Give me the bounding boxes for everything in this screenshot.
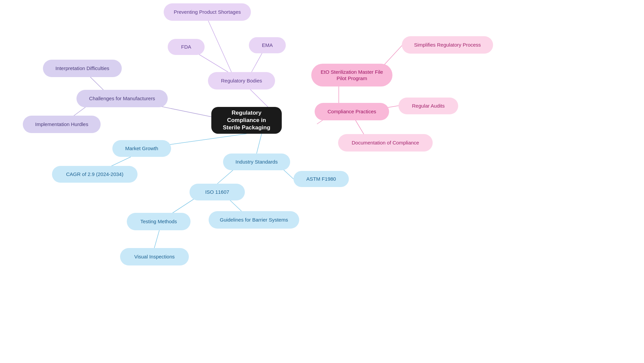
documentation-compliance-node: Documentation of Compliance xyxy=(338,134,433,152)
iso-node: ISO 11607 xyxy=(190,184,245,200)
compliance-practices-node: Compliance Practices xyxy=(315,103,389,120)
implementation-hurdles-label: Implementation Hurdles xyxy=(35,121,88,128)
eto-sterilization-label: EtO Sterilization Master File Pilot Prog… xyxy=(321,69,383,82)
simplifies-regulatory-label: Simplifies Regulatory Process xyxy=(414,42,481,48)
ema-label: EMA xyxy=(262,42,273,49)
challenges-manufacturers-label: Challenges for Manufacturers xyxy=(89,95,155,102)
cagr-label: CAGR of 2.9 (2024-2034) xyxy=(66,171,123,178)
svg-line-9 xyxy=(257,134,262,154)
regulatory-bodies-label: Regulatory Bodies xyxy=(221,77,262,84)
visual-inspections-node: Visual Inspections xyxy=(120,248,189,265)
regulatory-bodies-node: Regulatory Bodies xyxy=(208,72,275,89)
interpretation-difficulties-label: Interpretation Difficulties xyxy=(55,65,109,72)
compliance-practices-label: Compliance Practices xyxy=(327,108,376,115)
industry-standards-label: Industry Standards xyxy=(235,159,278,165)
preventing-shortages-label: Preventing Product Shortages xyxy=(174,9,241,15)
documentation-compliance-label: Documentation of Compliance xyxy=(352,139,419,146)
svg-line-3 xyxy=(208,20,231,72)
astm-node: ASTM F1980 xyxy=(293,171,349,187)
regular-audits-label: Regular Audits xyxy=(412,103,445,109)
visual-inspections-label: Visual Inspections xyxy=(134,253,175,260)
testing-methods-node: Testing Methods xyxy=(127,213,191,230)
simplifies-regulatory-node: Simplifies Regulatory Process xyxy=(402,36,493,54)
center-label: Regulatory Compliance in Sterile Packagi… xyxy=(217,109,276,131)
fda-label: FDA xyxy=(181,44,191,50)
implementation-hurdles-node: Implementation Hurdles xyxy=(23,116,101,133)
challenges-manufacturers-node: Challenges for Manufacturers xyxy=(76,90,168,107)
industry-standards-node: Industry Standards xyxy=(223,154,290,170)
market-growth-label: Market Growth xyxy=(125,145,158,152)
regular-audits-node: Regular Audits xyxy=(398,98,458,114)
interpretation-difficulties-node: Interpretation Difficulties xyxy=(43,60,122,77)
astm-label: ASTM F1980 xyxy=(306,176,336,182)
svg-line-13 xyxy=(154,230,159,248)
testing-methods-label: Testing Methods xyxy=(140,218,177,225)
market-growth-node: Market Growth xyxy=(112,140,171,157)
cagr-node: CAGR of 2.9 (2024-2034) xyxy=(52,166,138,183)
guidelines-barrier-node: Guidelines for Barrier Systems xyxy=(209,211,299,229)
eto-sterilization-node: EtO Sterilization Master File Pilot Prog… xyxy=(311,64,392,86)
center-node: Regulatory Compliance in Sterile Packagi… xyxy=(211,107,282,134)
fda-node: FDA xyxy=(168,39,205,55)
iso-label: ISO 11607 xyxy=(205,189,229,195)
guidelines-barrier-label: Guidelines for Barrier Systems xyxy=(220,217,288,223)
ema-node: EMA xyxy=(249,37,286,53)
preventing-shortages-node: Preventing Product Shortages xyxy=(164,3,251,21)
